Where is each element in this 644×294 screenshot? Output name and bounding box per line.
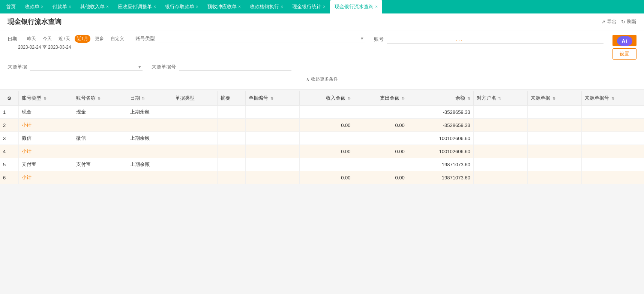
td-expense [354, 158, 408, 171]
date-1month[interactable]: 近1月 [75, 35, 91, 43]
td-row-no: 2 [0, 119, 19, 132]
td-row-no: 1 [0, 106, 19, 119]
td-source-doc [528, 132, 582, 145]
nav-item-receipts[interactable]: 收款单 × [20, 0, 48, 13]
td-doc-type [172, 171, 218, 184]
date-options: 昨天 今天 近7天 近1月 更多 自定义 [25, 35, 126, 43]
th-source-doc-no[interactable]: 来源单据号 ⇅ [582, 91, 644, 106]
td-balance: 19871073.60 [408, 171, 473, 184]
th-doc-no[interactable]: 单据编号 ⇅ [245, 91, 299, 106]
th-summary[interactable]: 摘要 [217, 91, 245, 106]
header-actions: ↗ 导出 ↻ 刷新 [601, 18, 636, 25]
date-today[interactable]: 今天 [41, 35, 54, 43]
date-7days[interactable]: 近7天 [56, 35, 72, 43]
nav-item-bank-deposit[interactable]: 银行存取款单 × [161, 0, 203, 13]
nav-home[interactable]: 首页 [2, 3, 20, 10]
td-counterparty [473, 171, 527, 184]
td-date [127, 171, 172, 184]
nav-item-payments[interactable]: 付款单 × [48, 0, 76, 13]
date-yesterday[interactable]: 昨天 [25, 35, 38, 43]
date-filter-group: 日期 昨天 今天 近7天 近1月 更多 自定义 2023-02-24 至 202… [8, 35, 126, 51]
th-source-doc[interactable]: 来源单据 ⇅ [528, 91, 582, 106]
td-balance: -3528659.33 [408, 106, 473, 119]
sort-icon-date: ⇅ [142, 96, 145, 100]
export-icon: ↗ [601, 19, 605, 25]
nav-close-other-income[interactable]: × [106, 4, 109, 9]
td-date [127, 119, 172, 132]
td-expense: 0.00 [354, 145, 408, 158]
td-account-type: 现金 [19, 106, 73, 119]
td-counterparty [473, 145, 527, 158]
sort-icon-source-doc-no: ⇅ [611, 96, 614, 100]
sort-icon-balance: ⇅ [467, 96, 470, 100]
nav-close-adjustment[interactable]: × [153, 4, 156, 9]
nav-close-prepay-offset[interactable]: × [238, 4, 241, 9]
td-row-no: 6 [0, 171, 19, 184]
chevron-down-icon-2: ▾ [138, 64, 141, 70]
data-table: ⚙ 账号类型 ⇅ 账号名称 ⇅ 日期 ⇅ 单据类型 摘要 [0, 91, 644, 184]
td-account-name [73, 171, 127, 184]
refresh-button[interactable]: ↻ 刷新 [621, 18, 636, 25]
td-source-doc [528, 119, 582, 132]
date-more[interactable]: 更多 [93, 35, 106, 43]
td-account-type: 小计 [19, 145, 73, 158]
sort-icon-counterparty: ⇅ [498, 96, 501, 100]
account-type-select[interactable]: ▾ [158, 35, 365, 42]
td-summary [217, 132, 245, 145]
nav-item-cash-flow[interactable]: 现金银行流水查询 × [330, 0, 382, 13]
td-source-doc [528, 158, 582, 171]
nav-item-receipt-exec[interactable]: 收款核销执行 × [245, 0, 288, 13]
nav-item-adjustment[interactable]: 应收应付调整单 × [113, 0, 161, 13]
td-account-name [73, 119, 127, 132]
td-expense [354, 106, 408, 119]
sort-icon-account-type: ⇅ [44, 96, 47, 100]
source-doc-num-input[interactable] [179, 63, 291, 71]
date-range-display: 2023-02-24 至 2023-03-24 [18, 44, 126, 51]
source-doc-select[interactable]: ▾ [30, 63, 143, 71]
td-counterparty [473, 119, 527, 132]
th-account-type[interactable]: 账号类型 ⇅ [19, 91, 73, 106]
nav-close-receipts[interactable]: × [41, 4, 44, 9]
nav-item-prepay-offset[interactable]: 预收冲应收单 × [203, 0, 245, 13]
nav-close-payments[interactable]: × [69, 4, 71, 9]
nav-close-receipt-exec[interactable]: × [281, 4, 283, 9]
td-doc-no [245, 106, 299, 119]
th-account-name[interactable]: 账号名称 ⇅ [73, 91, 127, 106]
chevron-up-icon: ∧ [306, 77, 309, 82]
th-balance[interactable]: 余额 ⇅ [408, 91, 473, 106]
nav-close-cash-flow[interactable]: × [375, 4, 378, 9]
collapse-more-conditions[interactable]: ∧ 收起更多条件 [8, 74, 636, 85]
sort-icon-income: ⇅ [348, 96, 351, 100]
source-doc-label: 来源单据 [8, 64, 27, 70]
td-date: 上期余额 [127, 158, 172, 171]
nav-close-cash-stats[interactable]: × [323, 4, 326, 9]
td-income: 0.00 [300, 119, 354, 132]
th-gear[interactable]: ⚙ [0, 91, 19, 106]
th-counterparty[interactable]: 对方户名 ⇅ [473, 91, 527, 106]
gear-icon: ⚙ [7, 96, 12, 101]
td-summary [217, 106, 245, 119]
export-button[interactable]: ↗ 导出 [601, 18, 617, 25]
th-date[interactable]: 日期 ⇅ [127, 91, 172, 106]
th-expense[interactable]: 支出金额 ⇅ [354, 91, 408, 106]
td-balance: -3528659.33 [408, 119, 473, 132]
td-account-name: 支付宝 [73, 158, 127, 171]
account-ellipsis[interactable]: ... [456, 36, 463, 43]
nav-item-other-income[interactable]: 其他收入单 × [76, 0, 113, 13]
td-balance: 19871073.60 [408, 158, 473, 171]
table-row: 6小计0.000.0019871073.60 [0, 171, 644, 184]
settings-button[interactable]: 设置 [612, 48, 636, 60]
top-nav: 首页 收款单 × 付款单 × 其他收入单 × 应收应付调整单 × 银行存取款单 … [0, 0, 644, 13]
td-doc-no [245, 119, 299, 132]
td-summary [217, 145, 245, 158]
table-row: 3微信微信上期余额100102606.60 [0, 132, 644, 145]
th-doc-type[interactable]: 单据类型 [172, 91, 218, 106]
account-input[interactable] [388, 36, 454, 43]
td-expense [354, 132, 408, 145]
td-doc-type [172, 106, 218, 119]
th-income[interactable]: 收入金额 ⇅ [300, 91, 354, 106]
nav-item-cash-stats[interactable]: 现金银行统计 × [288, 0, 330, 13]
date-custom[interactable]: 自定义 [108, 35, 126, 43]
ai-badge[interactable]: Ai [617, 36, 632, 46]
nav-close-bank-deposit[interactable]: × [196, 4, 198, 9]
